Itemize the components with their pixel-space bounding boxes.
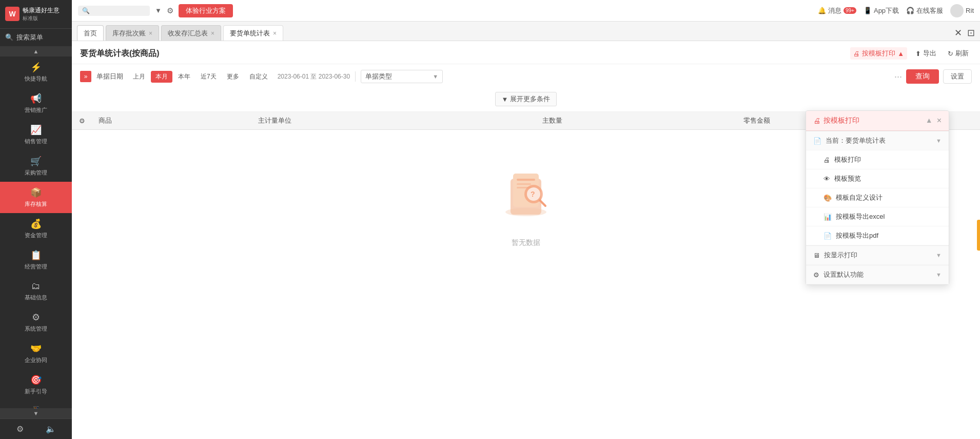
sidebar-item-inventory[interactable]: 📦 库存核算	[0, 182, 72, 213]
filter-divider	[355, 71, 356, 82]
print-dropdown-title: 🖨 按模板打印	[813, 116, 859, 125]
display-print-label: 按显示打印	[824, 251, 857, 260]
template-export-pdf-item[interactable]: 📄 按模板导出pdf	[806, 226, 949, 245]
topbar-dropdown-icon[interactable]: ▼	[155, 7, 162, 14]
print-label: 按模板打印	[862, 49, 895, 58]
sidebar-item-enterprise[interactable]: 🤝 企业协同	[0, 338, 72, 369]
query-button[interactable]: 查询	[906, 69, 939, 84]
set-default-icon: ⚙	[813, 271, 819, 279]
sidebar-item-app-center[interactable]: 📱 应用中心	[0, 400, 72, 408]
display-print-chevron: ▼	[936, 252, 942, 258]
tab-stock-batch-label: 库存批次账	[112, 29, 146, 38]
filter-bar: » 单据日期 上月 本月 本年 近7天 更多 自定义 2023-06-01 至 …	[72, 64, 980, 112]
sidebar-item-basic-info[interactable]: 🗂 基础信息	[0, 276, 72, 307]
app-name: 畅康通好生意	[23, 6, 60, 15]
print-button[interactable]: 🖨 按模板打印 ▲	[850, 47, 907, 60]
date-btn-this-month[interactable]: 本月	[151, 71, 172, 83]
svg-rect-3	[517, 179, 535, 181]
current-template-label: 当前：要货单统计表	[826, 136, 886, 145]
print-dropdown-expand-btn[interactable]: ▲	[926, 116, 933, 125]
enterprise-icon: 🤝	[30, 343, 42, 354]
topbar-gear-icon[interactable]: ⚙	[167, 6, 173, 15]
filter-expand-btn[interactable]: »	[80, 71, 91, 82]
tab-order-statistics[interactable]: 要货单统计表 ×	[223, 25, 283, 41]
sidebar-item-finance[interactable]: 💰 资金管理	[0, 213, 72, 244]
app-download-button[interactable]: 📱 App下载	[864, 6, 899, 15]
newbie-icon: 🎯	[30, 374, 42, 386]
tab-bar: 首页 库存批次账 × 收发存汇总表 × 要货单统计表 × ✕ ⊡	[72, 22, 980, 41]
sidebar-sound-btn[interactable]: 🔈	[46, 424, 56, 434]
sidebar-scroll-up[interactable]: ▲	[0, 46, 72, 56]
search-label: 搜索菜单	[16, 33, 43, 42]
user-avatar-button[interactable]: Rit	[950, 4, 974, 17]
current-template-item[interactable]: 📄 当前：要货单统计表 ▼	[806, 131, 949, 150]
online-service-button[interactable]: 🎧 在线客服	[906, 6, 943, 15]
finance-icon: 💰	[30, 218, 42, 230]
date-btn-7days[interactable]: 近7天	[196, 71, 221, 83]
date-range-display: 2023-06-01 至 2023-06-30	[278, 72, 350, 81]
expand-more-btn[interactable]: ▼ 展开更多条件	[495, 92, 557, 106]
sidebar-search[interactable]: 🔍 搜索菜单	[0, 29, 72, 46]
date-btn-custom[interactable]: 自定义	[245, 71, 272, 83]
printer-icon: 🖨	[853, 50, 860, 58]
trial-button[interactable]: 体验行业方案	[179, 4, 233, 17]
window-maximize-btn[interactable]: ⊡	[967, 27, 975, 39]
right-resizer[interactable]	[977, 220, 980, 251]
display-print-icon: 🖥	[813, 252, 820, 259]
quick-nav-icon: ⚡	[30, 62, 42, 73]
template-custom-item[interactable]: 🎨 模板自定义设计	[806, 188, 949, 207]
sidebar-item-system[interactable]: ⚙ 系统管理	[0, 307, 72, 338]
tab-home[interactable]: 首页	[77, 25, 104, 41]
bell-icon: 🔔	[818, 7, 826, 14]
col-settings[interactable]: ⚙	[72, 112, 92, 130]
page-content: 要货单统计表(按商品) 🖨 按模板打印 ▲ ⬆ 导出 ↻ 刷新	[72, 41, 980, 439]
print-dropdown-close-btn[interactable]: ×	[937, 116, 942, 125]
filter-settings-button[interactable]: 设置	[943, 69, 972, 84]
export-button[interactable]: ⬆ 导出	[912, 47, 939, 60]
sidebar-item-purchase[interactable]: 🛒 采购管理	[0, 150, 72, 182]
col-quantity: 主数量	[536, 112, 737, 130]
sidebar-nav: ⚡ 快捷导航 📢 营销推广 📈 销售管理 🛒 采购管理 📦 库存核算 💰 资金管…	[0, 56, 72, 408]
tab-stock-batch[interactable]: 库存批次账 ×	[106, 25, 159, 41]
filter-row-1: » 单据日期 上月 本月 本年 近7天 更多 自定义 2023-06-01 至 …	[80, 69, 972, 84]
sidebar-item-operation[interactable]: 📋 经营管理	[0, 244, 72, 276]
filter-right: ··· 查询 设置	[894, 69, 972, 84]
more-options-icon[interactable]: ···	[894, 71, 902, 82]
date-btn-this-year[interactable]: 本年	[173, 71, 195, 83]
inventory-label: 库存核算	[25, 200, 47, 208]
empty-illustration: ?	[495, 161, 557, 232]
sidebar-item-sales[interactable]: 📈 销售管理	[0, 119, 72, 150]
template-print-item[interactable]: 🖨 模板打印	[806, 150, 949, 169]
tab-receivable-close[interactable]: ×	[211, 30, 214, 37]
sidebar-item-quick-nav[interactable]: ⚡ 快捷导航	[0, 56, 72, 88]
user-name: Rit	[966, 7, 974, 14]
refresh-button[interactable]: ↻ 刷新	[945, 47, 972, 60]
tab-order-statistics-label: 要货单统计表	[230, 29, 270, 38]
template-preview-item[interactable]: 👁 模板预览	[806, 169, 949, 188]
date-filter-label: 单据日期	[96, 72, 123, 81]
set-default-item[interactable]: ⚙ 设置默认功能 ▼	[806, 265, 949, 284]
template-custom-label: 模板自定义设计	[836, 193, 883, 202]
user-avatar	[950, 4, 964, 17]
tab-order-statistics-close[interactable]: ×	[273, 30, 277, 37]
export-icon: ⬆	[915, 50, 921, 58]
topbar-search[interactable]: 🔍	[78, 6, 150, 16]
sidebar-scroll-down[interactable]: ▼	[0, 408, 72, 418]
tab-stock-batch-close[interactable]: ×	[149, 30, 152, 37]
messages-button[interactable]: 🔔 消息 99+	[818, 6, 856, 15]
newbie-label: 新手引导	[25, 388, 47, 395]
date-btn-more[interactable]: 更多	[222, 71, 244, 83]
export-label: 导出	[923, 49, 936, 58]
tab-receivable-summary[interactable]: 收发存汇总表 ×	[161, 25, 221, 41]
refresh-label: 刷新	[955, 49, 969, 58]
window-close-btn[interactable]: ✕	[954, 27, 962, 39]
template-export-excel-item[interactable]: 📊 按模板导出excel	[806, 207, 949, 226]
sales-label: 销售管理	[25, 138, 47, 145]
display-print-item[interactable]: 🖥 按显示打印 ▼	[806, 245, 949, 265]
sidebar-item-newbie[interactable]: 🎯 新手引导	[0, 369, 72, 400]
sidebar-settings-btn[interactable]: ⚙	[16, 424, 24, 434]
date-btn-last-month[interactable]: 上月	[128, 71, 150, 83]
sidebar-item-marketing[interactable]: 📢 营销推广	[0, 88, 72, 119]
order-type-chevron: ▼	[433, 73, 438, 80]
order-type-select[interactable]: 单据类型 ▼	[361, 70, 443, 83]
